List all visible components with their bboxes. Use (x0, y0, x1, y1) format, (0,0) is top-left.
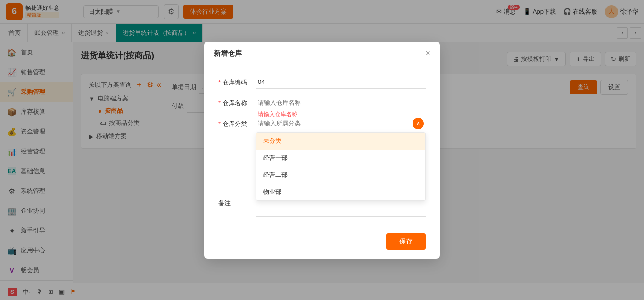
remark-label: 备注 (218, 196, 256, 208)
category-label: * 仓库分类 (218, 117, 256, 128)
save-btn[interactable]: 保存 (386, 233, 426, 250)
code-input[interactable] (256, 75, 426, 89)
category-dropdown-arrow[interactable]: ∧ (413, 118, 424, 129)
dropdown-item-3[interactable]: 物业部 (256, 183, 425, 200)
dropdown-item-0[interactable]: 未分类 (256, 133, 425, 150)
form-row-code: * 仓库编码 (218, 75, 426, 89)
new-warehouse-modal: 新增仓库 × * 仓库编码 * 仓库名称 (204, 42, 440, 259)
code-label: * 仓库编码 (218, 75, 256, 87)
modal-title: 新增仓库 (214, 49, 242, 58)
category-select-wrap: ∧ 未分类 经营一部 经营二部 物业部 (256, 117, 426, 130)
dropdown-item-1[interactable]: 经营一部 (256, 150, 425, 167)
modal-body: * 仓库编码 * 仓库名称 请输入仓库名称 * (204, 66, 440, 229)
modal-footer: 保存 (204, 229, 440, 259)
category-dropdown: 未分类 经营一部 经营二部 物业部 (256, 132, 426, 201)
name-label: * 仓库名称 (218, 96, 256, 108)
form-row-category: * 仓库分类 ∧ 未分类 经营一部 经营二部 物业部 (218, 117, 426, 130)
form-row-name: * 仓库名称 请输入仓库名称 (218, 96, 426, 109)
modal-close-btn[interactable]: × (425, 49, 430, 58)
dropdown-item-2[interactable]: 经营二部 (256, 167, 425, 183)
modal-overlay: 新增仓库 × * 仓库编码 * 仓库名称 (0, 0, 644, 300)
modal-header: 新增仓库 × (204, 42, 440, 66)
name-input[interactable] (256, 96, 339, 109)
category-input[interactable] (256, 117, 426, 130)
